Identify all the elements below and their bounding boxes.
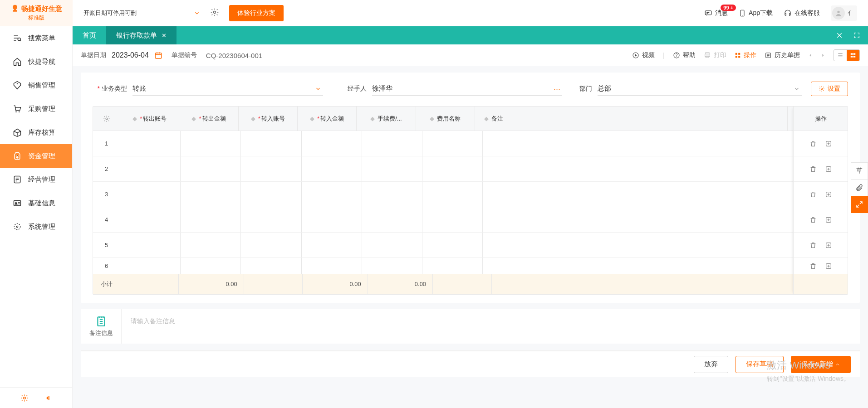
row-ops xyxy=(794,182,848,207)
biz-type-select[interactable]: 转账 xyxy=(132,82,323,96)
sidebar-item-label: 销售管理 xyxy=(28,81,55,90)
history-link[interactable]: 历史单据 xyxy=(765,51,800,59)
footer-gear-icon[interactable] xyxy=(20,394,29,402)
help-link[interactable]: 帮助 xyxy=(673,51,696,59)
rail-attach-icon[interactable] xyxy=(851,179,868,196)
add-row-icon[interactable] xyxy=(825,262,832,270)
delete-icon[interactable] xyxy=(809,262,817,270)
sidebar-item-system[interactable]: 系统管理 xyxy=(0,215,72,238)
view-list[interactable] xyxy=(834,50,847,61)
add-row-icon[interactable] xyxy=(825,165,832,173)
sidebar-item-label: 采购管理 xyxy=(28,105,55,113)
nav-next-icon[interactable] xyxy=(821,52,825,58)
col-in-acct[interactable]: ◆*转入账号 xyxy=(239,107,298,131)
table-row[interactable]: 2 xyxy=(93,156,793,182)
table-row[interactable]: 5 xyxy=(93,233,793,258)
remarks-card: 备注信息 请输入备注信息 xyxy=(81,309,860,344)
view-detail[interactable] xyxy=(847,50,859,61)
experience-plan-button[interactable]: 体验行业方案 xyxy=(229,5,284,21)
form-settings-button[interactable]: 设置 xyxy=(811,82,848,96)
handler-select[interactable]: 徐泽华 ⋯ xyxy=(372,82,563,96)
app-download-label: App下载 xyxy=(749,9,773,17)
operate-link[interactable]: 操作 xyxy=(735,51,756,59)
table-row[interactable]: 1 xyxy=(93,131,793,156)
settings-icon[interactable] xyxy=(210,8,221,19)
table-header: ◆*转出账号 ◆*转出金额 ◆*转入账号 ◆*转入金额 ◆手续费/... ◆费用… xyxy=(93,107,793,131)
close-icon[interactable]: ✕ xyxy=(162,32,167,39)
add-row-icon[interactable] xyxy=(825,140,832,147)
save-draft-button[interactable]: 保存草稿 xyxy=(736,356,784,373)
sidebar-item-inventory[interactable]: 库存核算 xyxy=(0,121,72,144)
table-row[interactable]: 6 xyxy=(93,258,793,274)
dept-field: 部门 总部 xyxy=(571,82,802,96)
date-value[interactable]: 2023-06-04 xyxy=(112,51,149,59)
calendar-icon[interactable] xyxy=(154,51,162,59)
money-icon xyxy=(13,151,22,160)
sidebar-item-purchase[interactable]: 采购管理 xyxy=(0,97,72,121)
messages-badge: 99 + xyxy=(721,5,736,11)
svg-point-0 xyxy=(214,11,216,13)
company-selector[interactable]: 开账日期可停用可删 xyxy=(82,5,202,21)
sidebar-item-label: 系统管理 xyxy=(28,223,55,231)
collapse-icon[interactable] xyxy=(44,394,52,402)
remarks-input[interactable]: 请输入备注信息 xyxy=(122,309,860,344)
sidebar-item-business[interactable]: 经营管理 xyxy=(0,168,72,191)
sidebar-item-label: 经营管理 xyxy=(28,175,55,184)
row-ops xyxy=(794,131,848,156)
svg-point-10 xyxy=(17,83,18,84)
table-row[interactable]: 3 xyxy=(93,182,793,207)
delete-icon[interactable] xyxy=(809,216,817,223)
chevron-up-icon xyxy=(835,362,840,367)
sidebar-item-sales[interactable]: 销售管理 xyxy=(0,73,72,97)
discard-button[interactable]: 放弃 xyxy=(694,356,728,373)
more-icon[interactable]: ⋯ xyxy=(554,85,560,93)
delete-icon[interactable] xyxy=(809,140,817,147)
rail-draft-icon[interactable]: 草 xyxy=(851,162,868,180)
delete-icon[interactable] xyxy=(809,165,817,173)
brand: 畅捷通好生意 标准版 xyxy=(0,0,73,26)
tab-home[interactable]: 首页 xyxy=(73,26,106,44)
sidebar-item-basicinfo[interactable]: 基础信息 xyxy=(0,191,72,215)
delete-icon[interactable] xyxy=(809,191,817,198)
table-row[interactable]: 4 xyxy=(93,207,793,233)
user-menu[interactable]: 亻 xyxy=(831,5,857,21)
col-fee-name[interactable]: ◆费用名称 xyxy=(416,107,475,131)
brand-logo: 畅捷通好生意 xyxy=(10,4,62,13)
add-row-icon[interactable] xyxy=(825,216,832,223)
video-link[interactable]: 视频 xyxy=(632,51,655,59)
add-row-icon[interactable] xyxy=(825,242,832,249)
play-icon xyxy=(632,52,639,59)
sidebar-item-shortcut[interactable]: 快捷导航 xyxy=(0,50,72,73)
svg-rect-36 xyxy=(706,56,709,58)
chevron-down-icon xyxy=(315,86,321,92)
sidebar-item-search[interactable]: 搜索菜单 xyxy=(0,26,72,50)
add-row-icon[interactable] xyxy=(825,191,832,198)
top-header: 畅捷通好生意 标准版 开账日期可停用可删 体验行业方案 消息 99 + App下… xyxy=(0,0,868,26)
svg-point-21 xyxy=(14,223,20,229)
nav-prev-icon[interactable] xyxy=(808,52,813,58)
save-new-button[interactable]: 保存&新增 xyxy=(791,356,851,373)
app-download-link[interactable]: App下载 xyxy=(739,9,773,17)
brand-edition: 标准版 xyxy=(28,14,44,22)
col-remark[interactable]: ◆备注 xyxy=(475,107,788,131)
row-ops-subtotal xyxy=(794,274,848,294)
messages-link[interactable]: 消息 99 + xyxy=(704,9,728,17)
tabs-close-all-icon[interactable] xyxy=(831,26,848,44)
col-out-amt[interactable]: ◆*转出金额 xyxy=(179,107,238,131)
col-ops: 操作 xyxy=(794,107,848,131)
support-link[interactable]: 在线客服 xyxy=(784,9,820,17)
col-fee[interactable]: ◆手续费/... xyxy=(357,107,416,131)
delete-icon[interactable] xyxy=(809,242,817,249)
sidebar-item-funds[interactable]: 资金管理 xyxy=(0,144,72,168)
sidebar-item-label: 基础信息 xyxy=(28,199,55,208)
fullscreen-icon[interactable] xyxy=(848,26,865,44)
col-config[interactable] xyxy=(93,107,120,131)
rail-expand-icon[interactable] xyxy=(851,196,868,213)
remarks-title: 备注信息 xyxy=(89,329,113,337)
tab-bank-deposit[interactable]: 银行存取款单 ✕ xyxy=(106,26,177,44)
print-link[interactable]: 打印 xyxy=(704,51,726,59)
dept-select[interactable]: 总部 xyxy=(598,82,802,96)
headset-icon xyxy=(784,9,792,17)
col-out-acct[interactable]: ◆*转出账号 xyxy=(120,107,179,131)
col-in-amt[interactable]: ◆*转入金额 xyxy=(298,107,357,131)
